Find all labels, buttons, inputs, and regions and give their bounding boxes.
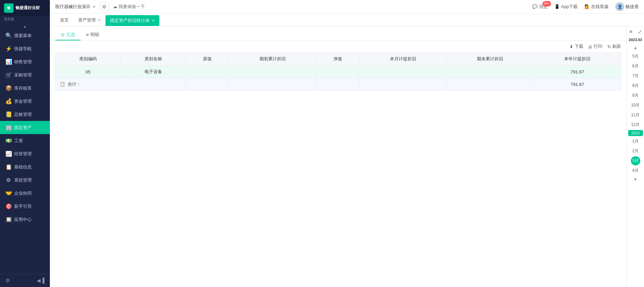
download-icon: ⬇	[570, 44, 573, 49]
sidebar-item-basicinfo[interactable]: 📋 基础信息	[0, 160, 50, 173]
row-annual-depr: 791.67	[534, 66, 621, 78]
total-initial-accum	[229, 78, 316, 91]
download-label: 下载	[575, 43, 583, 50]
summary-icon: ⊙	[61, 32, 65, 37]
col-initial-accum: 期初累计折旧	[229, 53, 316, 66]
sub-tabs: ⊙ 汇总 ≡ 明细	[50, 26, 626, 41]
sidebar-item-finance[interactable]: 💰 资金管理	[0, 95, 50, 108]
date-item-6[interactable]: 6月	[628, 62, 643, 71]
company-selector[interactable]: 医疗器械行业演示 ▼	[55, 4, 96, 10]
date-item-10[interactable]: 10月	[628, 101, 643, 110]
edition-label: 普及版	[0, 16, 50, 24]
sidebar-item-label: 系统管理	[14, 177, 32, 183]
tab-assets-close[interactable]: ✕	[98, 18, 101, 23]
tab-home[interactable]: 首页	[55, 15, 73, 26]
sidebar-item-label: 新手引导	[14, 203, 32, 210]
date-header: 2023.03	[628, 36, 643, 43]
sidebar-item-sales[interactable]: 📊 销售管理	[0, 55, 50, 68]
date-item-apr[interactable]: 4月	[628, 166, 643, 175]
date-scroll-up[interactable]: ▲	[632, 44, 639, 52]
date-item-9[interactable]: 9月	[628, 91, 643, 100]
sidebar-item-label: 库存核算	[14, 85, 32, 91]
download-button[interactable]: ⬇ 下载	[570, 43, 583, 50]
guide-icon: 🎯	[5, 203, 11, 210]
table-total-row: 📋 合计： 791.67	[56, 78, 621, 91]
sidebar-item-payroll[interactable]: 💵 工资	[0, 134, 50, 147]
sidebar-item-sysmanage[interactable]: ⚙ 系统管理	[0, 173, 50, 187]
table-header-row: 类别编码 类别名称 原值 期初累计折旧 净值 本月计提折旧 期末累计折旧 本年计…	[56, 53, 621, 66]
operations-icon: 📈	[5, 151, 11, 157]
date-item-feb[interactable]: 2月	[628, 147, 643, 156]
sidebar-item-search[interactable]: 🔍 搜索菜单	[0, 29, 50, 42]
sidebar-item-label: 经营管理	[14, 151, 32, 157]
sidebar-item-appcenter[interactable]: 🔲 应用中心	[0, 213, 50, 226]
scroll-up-btn[interactable]: ▲	[0, 24, 50, 29]
col-original: 原值	[186, 53, 229, 66]
sidebar-item-label: 企业协同	[14, 190, 32, 196]
sidebar-item-ledger[interactable]: 📒 总账管理	[0, 108, 50, 121]
tab-depreciation-close[interactable]: ✕	[152, 19, 155, 23]
year-2023-label[interactable]: 2023	[628, 130, 643, 136]
message-icon: 💬	[532, 4, 538, 9]
col-ending-accum: 期末累计折旧	[447, 53, 534, 66]
sidebar-item-label: 销售管理	[14, 59, 32, 65]
row-monthly-depr	[359, 66, 447, 78]
print-button[interactable]: 🖨 打印	[588, 43, 603, 50]
sub-tab-detail[interactable]: ≡ 明细	[81, 30, 104, 40]
tab-depreciation[interactable]: 固定资产折旧统计表 ✕	[105, 15, 159, 26]
date-item-jan[interactable]: 1月	[628, 137, 643, 146]
sidebar-item-operations[interactable]: 📈 经营管理	[0, 147, 50, 160]
date-scroll-down[interactable]: ▼	[632, 176, 639, 183]
sidebar-item-quicknav[interactable]: ⚡ 快捷导航	[0, 42, 50, 55]
total-net	[316, 78, 359, 91]
col-code: 类别编码	[56, 53, 121, 66]
sidebar-item-fixedassets[interactable]: 🏢 固定资产	[0, 121, 50, 134]
sidebar-item-purchase[interactable]: 🛒 采购管理	[0, 68, 50, 82]
date-item-8[interactable]: 8月	[628, 81, 643, 90]
date-panel-expand-btn[interactable]: ⤢	[638, 29, 642, 34]
avatar: 👤	[615, 2, 624, 11]
user-menu[interactable]: 👤 畅捷通	[615, 2, 639, 11]
payroll-icon: 💵	[5, 137, 11, 144]
tab-depreciation-label: 固定资产折旧统计表	[110, 18, 150, 24]
sidebar-item-cooperation[interactable]: 🤝 企业协同	[0, 187, 50, 200]
finance-icon: 💰	[5, 98, 11, 104]
topbar: 医疗器械行业演示 ▼ ⚙ ☁ 我要体验一下 💬 消息 99+ 📱 App下载 💁…	[50, 0, 644, 13]
online-service-button[interactable]: 💁 在线客服	[584, 4, 609, 10]
sub-tab-detail-label: 明细	[90, 32, 99, 38]
cooperation-icon: 🤝	[5, 190, 11, 196]
col-name: 类别名称	[121, 53, 186, 66]
tab-assets[interactable]: 资产管理 ✕	[73, 15, 105, 26]
total-monthly-depr	[359, 78, 447, 91]
tabs-bar: 首页 资产管理 ✕ 固定资产折旧统计表 ✕	[50, 13, 644, 26]
sidebar-logo: 畅 畅捷通好业财	[0, 0, 50, 16]
toolbar: ⬇ 下载 🖨 打印 ↻ 刷新	[50, 41, 626, 52]
sidebar-item-inventory[interactable]: 📦 库存核算	[0, 82, 50, 95]
date-panel-close-btn[interactable]: ✕	[629, 29, 633, 34]
ledger-icon: 📒	[5, 111, 11, 118]
date-item-12[interactable]: 12月	[628, 120, 643, 129]
app-download-button[interactable]: 📱 App下载	[554, 4, 578, 10]
experience-button[interactable]: ☁ 我要体验一下	[113, 4, 145, 10]
sub-tab-summary[interactable]: ⊙ 汇总	[55, 30, 81, 40]
date-item-11[interactable]: 11月	[628, 110, 643, 120]
sub-tab-summary-label: 汇总	[66, 32, 75, 38]
refresh-button[interactable]: ↻ 刷新	[607, 43, 621, 50]
date-panel: ✕ ⤢ 2023.03 ▲ 5月 6月 7月 8月 9月 10月 11月 12月…	[626, 26, 644, 287]
sysmanage-icon: ⚙	[5, 177, 11, 183]
date-item-5[interactable]: 5月	[628, 52, 643, 61]
date-item-mar[interactable]: 3月	[631, 156, 640, 165]
date-item-7[interactable]: 7月	[628, 71, 643, 81]
service-icon: 💁	[584, 4, 590, 9]
date-panel-controls: ✕ ⤢	[627, 28, 644, 36]
table-container: 类别编码 类别名称 原值 期初累计折旧 净值 本月计提折旧 期末累计折旧 本年计…	[50, 52, 626, 91]
sidebar-item-guide[interactable]: 🎯 新手引导	[0, 200, 50, 213]
total-label: 📋 合计：	[56, 78, 186, 91]
sidebar-nav: 🔍 搜索菜单 ⚡ 快捷导航 📊 销售管理 🛒 采购管理 📦 库存核算 💰 资金管…	[0, 29, 50, 274]
purchase-icon: 🛒	[5, 72, 11, 78]
message-button[interactable]: 💬 消息 99+	[532, 4, 548, 10]
sidebar-item-label: 总账管理	[14, 111, 32, 118]
collapse-icon[interactable]: ◀▐	[37, 278, 44, 284]
settings-icon[interactable]: ⚙	[5, 278, 10, 284]
settings-button[interactable]: ⚙	[100, 2, 109, 11]
